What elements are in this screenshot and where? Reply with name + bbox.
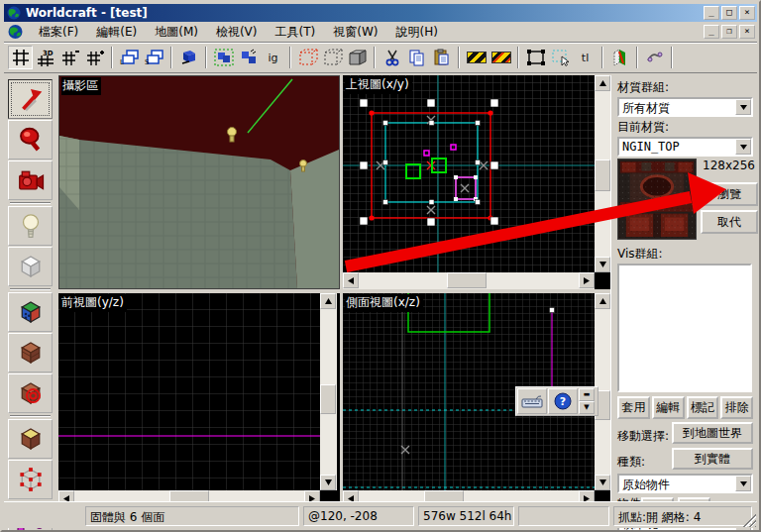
resize-grip[interactable] bbox=[743, 514, 756, 527]
scroll-right-button[interactable] bbox=[579, 272, 595, 288]
combo-dropdown-button[interactable] bbox=[735, 476, 751, 491]
vis-apply-button[interactable]: 套用 bbox=[617, 396, 650, 419]
scroll-up-button[interactable] bbox=[320, 293, 336, 309]
title-bar[interactable]: Worldcraft - [test] _ □ × bbox=[4, 4, 757, 22]
split-face-button[interactable] bbox=[607, 46, 632, 69]
scroll-thumb[interactable] bbox=[447, 272, 487, 288]
menu-map[interactable]: 地圖(M) bbox=[146, 22, 207, 43]
scroll-thumb[interactable] bbox=[595, 160, 610, 191]
menu-view[interactable]: 檢視(V) bbox=[207, 22, 267, 43]
lightbulb-icon bbox=[16, 211, 46, 241]
category-combo[interactable]: 原始物件 bbox=[617, 474, 753, 493]
spinner-collapse-button[interactable]: ▬ bbox=[579, 388, 595, 401]
save-window-state-button[interactable]: S bbox=[142, 46, 166, 69]
browse-button[interactable]: 瀏覽 bbox=[701, 182, 758, 206]
select-mode-button[interactable] bbox=[523, 46, 548, 69]
maximize-button[interactable]: □ bbox=[721, 6, 737, 20]
vis-edit-button[interactable]: 編輯 bbox=[652, 396, 685, 419]
mdi-minimize-button[interactable]: _ bbox=[704, 25, 719, 39]
combo-dropdown-button[interactable] bbox=[735, 139, 751, 155]
arrow-left-icon bbox=[348, 277, 355, 284]
scroll-thumb[interactable] bbox=[320, 384, 336, 414]
spinner-down-button[interactable]: ▼ bbox=[579, 401, 595, 414]
entity-tool-button[interactable] bbox=[8, 206, 53, 246]
hollow-cube-button[interactable] bbox=[320, 46, 345, 69]
toggle-grid-button[interactable] bbox=[8, 46, 33, 69]
menu-window[interactable]: 視窗(W) bbox=[324, 22, 386, 43]
marquee-select-button[interactable] bbox=[548, 46, 573, 69]
smaller-grid-button[interactable] bbox=[57, 46, 82, 69]
morph-button[interactable] bbox=[642, 46, 667, 69]
menu-tools[interactable]: 工具(T) bbox=[267, 22, 325, 43]
toolbar-spinner[interactable]: ▬ ▼ bbox=[579, 388, 595, 414]
scroll-down-button[interactable] bbox=[595, 257, 610, 272]
mdi-restore-button[interactable]: ❐ bbox=[721, 25, 737, 39]
viewport-camera[interactable]: 攝影區 bbox=[58, 75, 340, 289]
toggle-3d-grid-button[interactable]: 3D bbox=[33, 46, 57, 69]
texture-preview[interactable] bbox=[617, 159, 697, 240]
menu-bar: 檔案(F) 編輯(E) 地圖(M) 檢視(V) 工具(T) 視窗(W) 說明(H… bbox=[4, 22, 757, 43]
category-label: 種類: bbox=[617, 454, 645, 471]
close-button[interactable]: × bbox=[739, 6, 755, 20]
status-selection-info: 固體與 6 個面 bbox=[85, 506, 299, 526]
viewport-front[interactable]: 前視圖(y/z) bbox=[58, 293, 340, 507]
menu-edit[interactable]: 編輯(E) bbox=[87, 22, 146, 43]
combo-dropdown-button[interactable] bbox=[735, 99, 751, 115]
minimize-button[interactable]: _ bbox=[704, 6, 719, 20]
help-button[interactable]: ? bbox=[548, 388, 578, 414]
current-texture-combo[interactable]: NGIN_TOP bbox=[617, 137, 753, 157]
vertex-tool-button[interactable] bbox=[8, 460, 53, 499]
keyboard-button[interactable] bbox=[517, 388, 547, 414]
vis-exclude-button[interactable]: 排除 bbox=[720, 396, 753, 419]
top-view-hscrollbar[interactable] bbox=[343, 272, 595, 289]
paste-button[interactable] bbox=[429, 46, 454, 69]
scroll-down-button[interactable] bbox=[320, 475, 336, 490]
texture-application-tool-button[interactable] bbox=[8, 292, 53, 332]
mdi-close-button[interactable]: × bbox=[739, 25, 755, 39]
top-view-vscrollbar[interactable] bbox=[595, 75, 611, 272]
vis-mark-button[interactable]: 標記 bbox=[687, 396, 719, 419]
ignore-groups-button[interactable]: ig bbox=[261, 46, 285, 69]
arrow-right-icon bbox=[584, 277, 591, 284]
vis-group-list[interactable] bbox=[617, 264, 752, 392]
texture-scale-lock-button[interactable] bbox=[489, 46, 513, 69]
texture-lock-button[interactable]: tl bbox=[573, 46, 598, 69]
scroll-down-button[interactable] bbox=[595, 475, 610, 490]
camera-tool-button[interactable] bbox=[8, 160, 53, 200]
solid-cube-icon bbox=[348, 49, 368, 66]
selection-tool-button[interactable] bbox=[8, 79, 53, 119]
front-view-vscrollbar[interactable] bbox=[320, 293, 337, 490]
to-entity-button[interactable]: 到實體 bbox=[672, 448, 753, 470]
front-view-canvas[interactable] bbox=[58, 293, 320, 490]
ungroup-button[interactable] bbox=[236, 46, 261, 69]
viewport-top[interactable]: 上視圖(x/y) bbox=[343, 75, 611, 289]
block-tool-button[interactable] bbox=[8, 247, 53, 286]
group-button[interactable] bbox=[211, 46, 236, 69]
move-selection-label: 移動選擇: bbox=[617, 428, 669, 445]
apply-texture-tool-button[interactable] bbox=[8, 333, 53, 372]
load-window-state-button[interactable]: L bbox=[117, 46, 142, 69]
palette-separator bbox=[10, 202, 51, 204]
clip-tool-button[interactable] bbox=[8, 419, 53, 459]
copy-button[interactable] bbox=[404, 46, 429, 69]
scroll-up-button[interactable] bbox=[595, 75, 610, 91]
cut-button[interactable] bbox=[380, 46, 404, 69]
menu-help[interactable]: 說明(H) bbox=[386, 22, 446, 43]
decal-tool-button[interactable] bbox=[8, 373, 53, 413]
carve-button[interactable] bbox=[176, 46, 201, 69]
magnify-tool-button[interactable] bbox=[8, 120, 53, 160]
scroll-left-button[interactable] bbox=[343, 272, 359, 288]
menu-file[interactable]: 檔案(F) bbox=[30, 22, 87, 43]
to-world-button[interactable]: 到地圖世界 bbox=[672, 422, 753, 444]
top-view-canvas[interactable] bbox=[343, 75, 595, 272]
arrow-down-icon bbox=[599, 479, 606, 486]
texture-lock-toggle-button[interactable] bbox=[464, 46, 489, 69]
larger-grid-button[interactable] bbox=[82, 46, 107, 69]
red-dashed-cube-icon bbox=[298, 49, 318, 66]
replace-button[interactable]: 取代 bbox=[701, 210, 758, 234]
texture-group-combo[interactable]: 所有材質 bbox=[617, 97, 753, 117]
solid-cube-button[interactable] bbox=[345, 46, 370, 69]
scroll-up-button[interactable] bbox=[595, 293, 610, 309]
hollow-selected-button[interactable] bbox=[295, 46, 320, 69]
viewport-top-label: 上視圖(x/y) bbox=[345, 76, 412, 94]
